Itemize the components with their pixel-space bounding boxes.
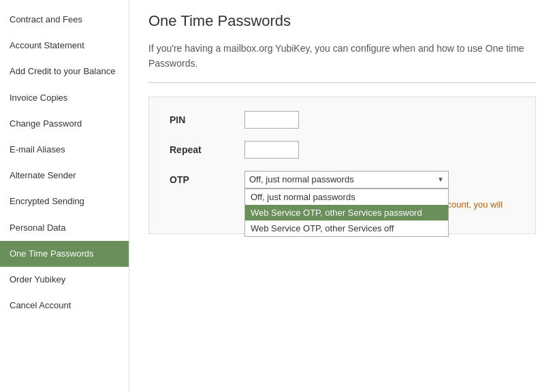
sidebar-item-alternate-sender[interactable]: Alternate Sender [0, 163, 129, 189]
pin-input[interactable] [244, 111, 299, 129]
otp-form-section: PIN Repeat OTP Off, just normal password… [148, 97, 536, 234]
sidebar-item-add-credit[interactable]: Add Credit to your Balance [0, 59, 129, 84]
sidebar-item-one-time-passwords[interactable]: One Time Passwords [0, 241, 129, 267]
repeat-input[interactable] [244, 141, 299, 159]
page-description: If you're having a mailbox.org YubiKey, … [148, 41, 536, 83]
dropdown-option-off[interactable]: Off, just normal passwords [245, 189, 448, 205]
sidebar-item-personal-data[interactable]: Personal Data [0, 215, 129, 241]
dropdown-arrow-icon: ▼ [437, 176, 444, 183]
sidebar-item-invoice-copies[interactable]: Invoice Copies [0, 85, 129, 111]
sidebar: Contract and FeesAccount StatementAdd Cr… [0, 0, 129, 392]
app-layout: Contract and FeesAccount StatementAdd Cr… [0, 0, 555, 392]
repeat-label: Repeat [170, 144, 244, 155]
dropdown-option-ws_otp_services_off[interactable]: Web Service OTP, other Services off [245, 220, 448, 236]
otp-select-display[interactable]: Off, just normal passwords ▼ [244, 171, 449, 189]
sidebar-item-email-aliases[interactable]: E-mail Aliases [0, 137, 129, 163]
sidebar-item-cancel-account[interactable]: Cancel Account [0, 293, 129, 318]
main-content: One Time Passwords If you're having a ma… [129, 0, 555, 392]
otp-row: OTP Off, just normal passwords ▼ Off, ju… [170, 171, 515, 189]
pin-row: PIN [170, 111, 515, 129]
page-title: One Time Passwords [148, 12, 536, 30]
dropdown-option-ws_otp_services_pw[interactable]: Web Service OTP, other Services password [245, 205, 448, 220]
repeat-row: Repeat [170, 141, 515, 159]
sidebar-item-contract-and-fees[interactable]: Contract and Fees [0, 7, 129, 33]
otp-label: OTP [170, 174, 244, 185]
pin-label: PIN [170, 114, 244, 125]
otp-selected-value: Off, just normal passwords [249, 174, 354, 184]
otp-dropdown-wrapper: Off, just normal passwords ▼ Off, just n… [244, 171, 449, 189]
sidebar-item-order-yubikey[interactable]: Order Yubikey [0, 267, 129, 293]
otp-dropdown-options: Off, just normal passwordsWeb Service OT… [244, 189, 449, 237]
sidebar-item-encrypted-sending[interactable]: Encrypted Sending [0, 189, 129, 214]
sidebar-item-change-password[interactable]: Change Password [0, 111, 129, 137]
sidebar-item-account-statement[interactable]: Account Statement [0, 33, 129, 59]
